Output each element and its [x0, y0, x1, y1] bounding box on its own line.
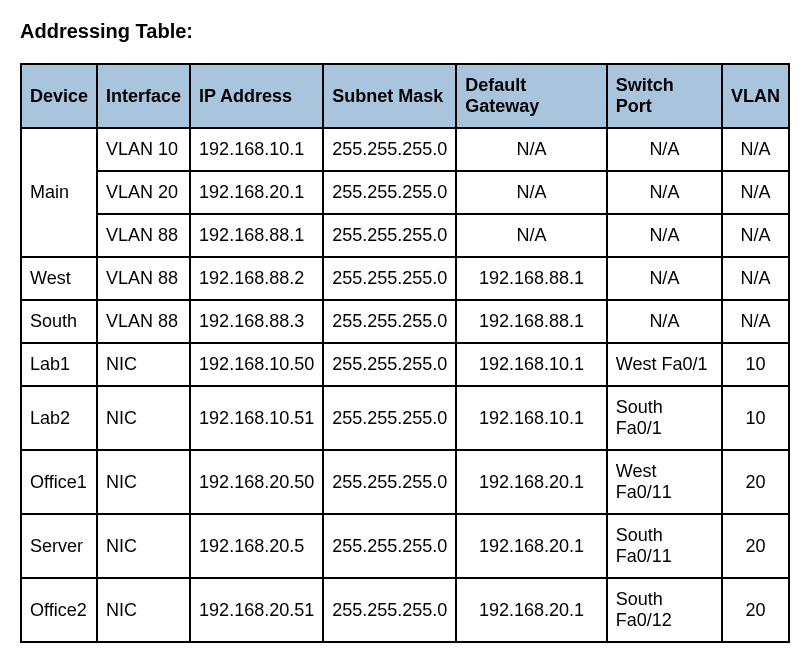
cell-interface: NIC [97, 386, 190, 450]
table-row: MainVLAN 10192.168.10.1255.255.255.0N/AN… [21, 128, 789, 171]
header-device: Device [21, 64, 97, 128]
cell-interface: VLAN 88 [97, 300, 190, 343]
table-row: Lab1NIC192.168.10.50255.255.255.0192.168… [21, 343, 789, 386]
cell-subnet: 255.255.255.0 [323, 386, 456, 450]
header-subnet: Subnet Mask [323, 64, 456, 128]
cell-vlan: N/A [722, 128, 789, 171]
cell-subnet: 255.255.255.0 [323, 343, 456, 386]
page-title: Addressing Table: [20, 20, 791, 43]
table-row: VLAN 20192.168.20.1255.255.255.0N/AN/AN/… [21, 171, 789, 214]
cell-ip: 192.168.88.2 [190, 257, 323, 300]
cell-subnet: 255.255.255.0 [323, 514, 456, 578]
cell-ip: 192.168.10.51 [190, 386, 323, 450]
addressing-table: Device Interface IP Address Subnet Mask … [20, 63, 790, 643]
cell-vlan: 10 [722, 343, 789, 386]
cell-vlan: 20 [722, 450, 789, 514]
table-row: Office2NIC192.168.20.51255.255.255.0192.… [21, 578, 789, 642]
cell-gateway: 192.168.10.1 [456, 343, 606, 386]
cell-interface: VLAN 10 [97, 128, 190, 171]
cell-interface: VLAN 88 [97, 257, 190, 300]
header-switchport: Switch Port [607, 64, 722, 128]
table-body: MainVLAN 10192.168.10.1255.255.255.0N/AN… [21, 128, 789, 642]
cell-vlan: N/A [722, 214, 789, 257]
cell-interface: NIC [97, 450, 190, 514]
cell-interface: VLAN 20 [97, 171, 190, 214]
cell-subnet: 255.255.255.0 [323, 128, 456, 171]
table-row: Lab2NIC192.168.10.51255.255.255.0192.168… [21, 386, 789, 450]
cell-subnet: 255.255.255.0 [323, 257, 456, 300]
cell-switchport: N/A [607, 257, 722, 300]
cell-switchport: N/A [607, 300, 722, 343]
table-row: Office1NIC192.168.20.50255.255.255.0192.… [21, 450, 789, 514]
cell-subnet: 255.255.255.0 [323, 450, 456, 514]
cell-ip: 192.168.88.3 [190, 300, 323, 343]
cell-gateway: 192.168.88.1 [456, 257, 606, 300]
cell-switchport: South Fa0/1 [607, 386, 722, 450]
table-row: VLAN 88192.168.88.1255.255.255.0N/AN/AN/… [21, 214, 789, 257]
cell-vlan: 20 [722, 578, 789, 642]
cell-vlan: 10 [722, 386, 789, 450]
cell-gateway: 192.168.88.1 [456, 300, 606, 343]
cell-device: Office1 [21, 450, 97, 514]
cell-ip: 192.168.20.50 [190, 450, 323, 514]
cell-gateway: 192.168.20.1 [456, 578, 606, 642]
cell-device: West [21, 257, 97, 300]
cell-gateway: 192.168.20.1 [456, 514, 606, 578]
header-vlan: VLAN [722, 64, 789, 128]
cell-subnet: 255.255.255.0 [323, 214, 456, 257]
cell-switchport: West Fa0/1 [607, 343, 722, 386]
table-row: WestVLAN 88192.168.88.2255.255.255.0192.… [21, 257, 789, 300]
table-row: ServerNIC192.168.20.5255.255.255.0192.16… [21, 514, 789, 578]
cell-vlan: N/A [722, 257, 789, 300]
cell-ip: 192.168.20.5 [190, 514, 323, 578]
cell-device: Main [21, 128, 97, 257]
table-row: SouthVLAN 88192.168.88.3255.255.255.0192… [21, 300, 789, 343]
table-header-row: Device Interface IP Address Subnet Mask … [21, 64, 789, 128]
header-ip: IP Address [190, 64, 323, 128]
cell-subnet: 255.255.255.0 [323, 578, 456, 642]
cell-subnet: 255.255.255.0 [323, 171, 456, 214]
cell-ip: 192.168.10.50 [190, 343, 323, 386]
cell-vlan: N/A [722, 300, 789, 343]
cell-gateway: 192.168.20.1 [456, 450, 606, 514]
cell-ip: 192.168.20.51 [190, 578, 323, 642]
cell-ip: 192.168.20.1 [190, 171, 323, 214]
cell-device: South [21, 300, 97, 343]
cell-gateway: N/A [456, 171, 606, 214]
cell-device: Lab1 [21, 343, 97, 386]
cell-switchport: West Fa0/11 [607, 450, 722, 514]
cell-interface: NIC [97, 343, 190, 386]
cell-vlan: 20 [722, 514, 789, 578]
cell-switchport: South Fa0/11 [607, 514, 722, 578]
cell-ip: 192.168.10.1 [190, 128, 323, 171]
cell-switchport: N/A [607, 171, 722, 214]
cell-switchport: N/A [607, 128, 722, 171]
cell-device: Server [21, 514, 97, 578]
cell-device: Lab2 [21, 386, 97, 450]
cell-gateway: N/A [456, 214, 606, 257]
cell-vlan: N/A [722, 171, 789, 214]
cell-gateway: 192.168.10.1 [456, 386, 606, 450]
cell-interface: NIC [97, 514, 190, 578]
cell-interface: NIC [97, 578, 190, 642]
cell-device: Office2 [21, 578, 97, 642]
header-gateway: Default Gateway [456, 64, 606, 128]
cell-interface: VLAN 88 [97, 214, 190, 257]
cell-subnet: 255.255.255.0 [323, 300, 456, 343]
header-interface: Interface [97, 64, 190, 128]
cell-gateway: N/A [456, 128, 606, 171]
cell-switchport: N/A [607, 214, 722, 257]
cell-ip: 192.168.88.1 [190, 214, 323, 257]
cell-switchport: South Fa0/12 [607, 578, 722, 642]
